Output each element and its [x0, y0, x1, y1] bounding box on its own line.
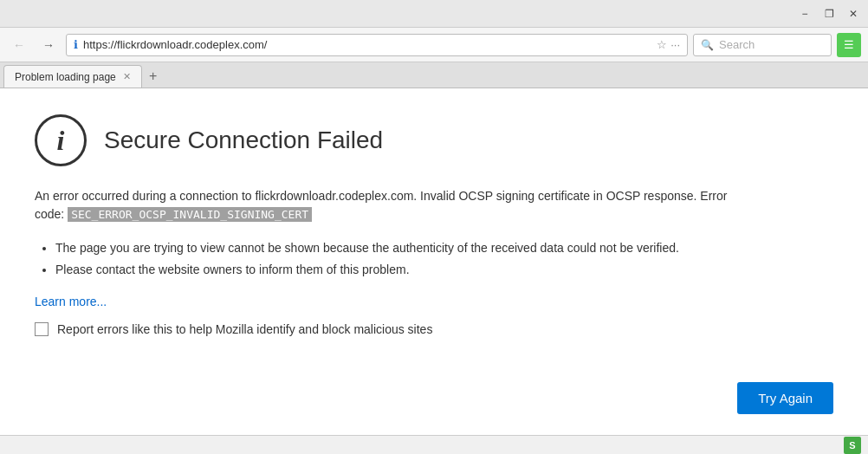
address-url: https://flickrdownloadr.codeplex.com/ [83, 38, 651, 51]
error-icon: i [35, 114, 87, 166]
back-button[interactable]: ← [7, 33, 31, 57]
address-bar[interactable]: ℹ https://flickrdownloadr.codeplex.com/ … [66, 34, 688, 56]
browser-window: − ❐ ✕ ← → ℹ https://flickrdownloadr.code… [0, 0, 868, 454]
minimize-button[interactable]: − [794, 4, 816, 23]
error-code: SEC_ERROR_OCSP_INVALID_SIGNING_CERT [68, 207, 312, 222]
nav-bar: ← → ℹ https://flickrdownloadr.codeplex.c… [0, 28, 868, 62]
error-header: i Secure Connection Failed [35, 114, 833, 166]
search-icon: 🔍 [701, 39, 714, 51]
address-info-icon: ℹ [74, 38, 78, 51]
report-error-checkbox[interactable] [35, 322, 49, 336]
address-actions: ☆ ··· [657, 38, 680, 51]
search-bar[interactable]: 🔍 Search [693, 34, 832, 56]
forward-button[interactable]: → [36, 33, 61, 57]
learn-more-link[interactable]: Learn more... [35, 295, 833, 308]
report-error-label: Report errors like this to help Mozilla … [57, 322, 432, 336]
tab-bar: Problem loading page ✕ + [0, 62, 868, 88]
new-tab-button[interactable]: + [142, 65, 165, 88]
error-bullets: The page you are trying to view cannot b… [35, 237, 833, 281]
tab-close-button[interactable]: ✕ [123, 71, 131, 82]
title-bar-controls: − ❐ ✕ [794, 4, 865, 23]
bullet-item-2: Please contact the website owners to inf… [55, 259, 766, 281]
error-page-content: i Secure Connection Failed An error occu… [0, 88, 868, 435]
try-again-container: Try Again [737, 382, 833, 414]
error-title: Secure Connection Failed [104, 126, 383, 154]
title-bar: − ❐ ✕ [0, 0, 868, 28]
report-error-row: Report errors like this to help Mozilla … [35, 322, 833, 336]
try-again-button[interactable]: Try Again [737, 382, 833, 414]
search-placeholder: Search [719, 38, 755, 51]
more-icon[interactable]: ··· [670, 38, 680, 51]
status-icon: S [844, 437, 861, 454]
info-symbol: i [57, 125, 65, 157]
tab-problem-loading[interactable]: Problem loading page ✕ [3, 65, 142, 88]
menu-button[interactable]: ☰ [837, 33, 861, 57]
tab-label: Problem loading page [15, 71, 116, 83]
bookmark-icon[interactable]: ☆ [657, 38, 667, 51]
error-description: An error occurred during a connection to… [35, 187, 745, 224]
bullet-item-1: The page you are trying to view cannot b… [55, 237, 766, 259]
close-button[interactable]: ✕ [842, 4, 865, 23]
restore-button[interactable]: ❐ [818, 4, 840, 23]
status-bar: S [0, 435, 868, 454]
